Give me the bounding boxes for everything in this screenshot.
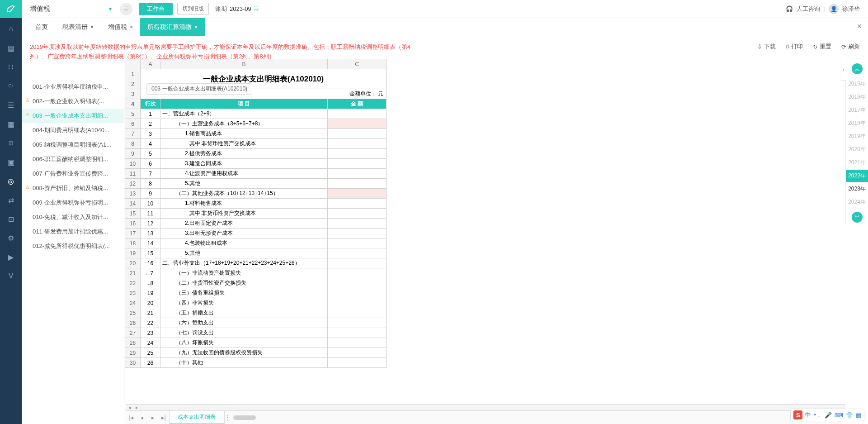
year-2022年[interactable]: 2022年 bbox=[846, 170, 868, 182]
sheet-breadcrumb: 003-一般企业成本支出明细表(A102010) bbox=[146, 83, 252, 95]
report-item[interactable]: 011-研发费用加计扣除优惠... bbox=[22, 224, 124, 239]
content-area: 001-企业所得税年度纳税申...⚠002-一般企业收入明细表(...⚠003-… bbox=[22, 59, 845, 424]
report-item[interactable]: ⚠008-资产折旧、摊销及纳税... bbox=[22, 181, 124, 195]
year-2016年[interactable]: 2016年 bbox=[846, 91, 868, 103]
switch-old-button[interactable]: 切到旧版 bbox=[177, 3, 209, 15]
warning-icon: ⚠ bbox=[25, 112, 30, 118]
sheet-prev-icon[interactable]: ◂ bbox=[137, 414, 147, 421]
doc-icon[interactable]: ☰ bbox=[120, 3, 132, 15]
report-item[interactable]: 010-免税、减计收入及加计... bbox=[22, 210, 124, 224]
print-button[interactable]: ⎙ 打印 bbox=[786, 43, 803, 51]
spreadsheet-area: 003-一般企业成本支出明细表(A102010) ABC1一般企业成本支出明细表… bbox=[125, 59, 845, 424]
reset-button[interactable]: ↻ 重置 bbox=[813, 43, 831, 51]
side-nav: ⌂ ▤ ⫶⫶ ౿ ☰ ▦ ⎅ ▣ ◎ ⇄ ⊡ ⚙ ▶ V bbox=[0, 18, 22, 424]
sheet-last-icon[interactable]: ▸| bbox=[158, 414, 169, 421]
year-2024年[interactable]: 2024年 bbox=[846, 196, 868, 208]
year-2023年[interactable]: 2023年 bbox=[846, 183, 868, 195]
tab-增值税[interactable]: 增值税× bbox=[101, 18, 140, 36]
report-item[interactable]: 005-纳税调整项目明细表(A1... bbox=[22, 138, 124, 152]
collapse-sidebar-handle[interactable]: ‹ bbox=[144, 262, 149, 284]
year-2018年[interactable]: 2018年 bbox=[846, 117, 868, 129]
reports-list: 001-企业所得税年度纳税申...⚠002-一般企业收入明细表(...⚠003-… bbox=[22, 59, 125, 424]
report-item[interactable]: 012-减免所得税优惠明细表(... bbox=[22, 239, 124, 253]
refresh-button[interactable]: ⟳ 刷新 bbox=[841, 43, 860, 51]
tab-close-icon[interactable]: × bbox=[194, 24, 198, 30]
avatar-icon: 👤 bbox=[829, 4, 839, 14]
main-area: 首页税表清册×增值税×所得税汇算清缴×× 2019年度涉及取以前年度结转数据的申… bbox=[22, 18, 868, 424]
nav-home-icon[interactable]: ⌂ bbox=[5, 24, 16, 34]
period-label: 账期 bbox=[215, 5, 227, 13]
sheet-next-icon[interactable]: ▸ bbox=[147, 414, 158, 421]
ime-keyboard-icon[interactable]: ⌨ bbox=[835, 412, 843, 419]
horizontal-scrollbar[interactable]: ◂ ▸ bbox=[126, 404, 845, 410]
top-bar: 增值税 ▾ ☰ 工作台 切到旧版 账期 2023-09 ☷ 🎧 人工咨询 | 👤… bbox=[0, 0, 868, 18]
nav-settings-icon[interactable]: ⚙ bbox=[5, 233, 16, 243]
sheet-scroll-track[interactable] bbox=[233, 415, 830, 420]
nav-tag-icon[interactable]: ⎅ bbox=[5, 138, 16, 148]
report-item[interactable]: 004-期间费用明细表(A1040... bbox=[22, 123, 124, 138]
report-item[interactable]: 006-职工薪酬纳税调整明细... bbox=[22, 152, 124, 167]
action-bar: ⇩ 下载 ⎙ 打印 ↻ 重置 ⟳ 刷新 bbox=[757, 43, 860, 51]
close-all-tabs[interactable]: × bbox=[857, 22, 862, 31]
nav-money-icon[interactable]: ౿ bbox=[5, 81, 16, 91]
tab-close-icon[interactable]: × bbox=[90, 24, 94, 30]
scroll-left-icon[interactable]: ◂ bbox=[126, 405, 133, 410]
app-logo[interactable] bbox=[0, 0, 22, 18]
nav-video-icon[interactable]: ▶ bbox=[5, 252, 16, 262]
expand-year-handle[interactable]: › bbox=[841, 59, 846, 81]
tab-所得税汇算清缴[interactable]: 所得税汇算清缴× bbox=[140, 18, 205, 36]
year-2015年[interactable]: 2015年 bbox=[846, 78, 868, 90]
report-item[interactable]: 007-广告费和业务宣传费跨... bbox=[22, 167, 124, 181]
nav-clipboard-icon[interactable]: ☰ bbox=[5, 100, 16, 110]
nav-v-icon[interactable]: V bbox=[5, 271, 16, 281]
ime-lang[interactable]: 中 bbox=[805, 411, 811, 419]
tab-税表清册[interactable]: 税表清册× bbox=[55, 18, 101, 36]
year-2021年[interactable]: 2021年 bbox=[846, 157, 868, 169]
warning-icon: ⚠ bbox=[25, 97, 30, 103]
ime-toolbar[interactable]: S 中 •， 🎤 ⌨ 👕 ▦ bbox=[790, 409, 864, 421]
headset-icon: 🎧 bbox=[786, 5, 793, 12]
company-name: 增值税 bbox=[30, 5, 50, 13]
ime-mic-icon[interactable]: 🎤 bbox=[825, 412, 832, 419]
sheet-tab-resize[interactable]: ⋮ bbox=[224, 411, 229, 424]
year-2019年[interactable]: 2019年 bbox=[846, 130, 868, 143]
tab-close-icon[interactable]: × bbox=[130, 24, 133, 30]
year-panel: › ︽ 2015年2016年2017年2018年2019年2020年2021年2… bbox=[845, 59, 868, 225]
nav-calendar-icon[interactable]: ▣ bbox=[5, 157, 16, 167]
nav-report-icon[interactable]: ▦ bbox=[5, 119, 16, 129]
tab-bar: 首页税表清册×增值税×所得税汇算清缴×× bbox=[22, 18, 868, 36]
chevron-down-icon: ▾ bbox=[109, 6, 112, 12]
year-2017年[interactable]: 2017年 bbox=[846, 104, 868, 116]
report-item[interactable]: 009-企业所得税弥补亏损明... bbox=[22, 195, 124, 210]
ime-skin-icon[interactable]: 👕 bbox=[846, 412, 853, 419]
sheet-tab-active[interactable]: 成本支出明细表 bbox=[169, 411, 224, 424]
ime-logo-icon: S bbox=[793, 410, 802, 419]
report-item[interactable]: ⚠003-一般企业成本支出明细... bbox=[22, 109, 124, 123]
report-item[interactable]: 001-企业所得税年度纳税申... bbox=[22, 80, 124, 94]
nav-tax-icon[interactable]: ◎ bbox=[5, 176, 16, 186]
warning-icon: ⚠ bbox=[25, 184, 30, 190]
company-selector[interactable]: 增值税 ▾ bbox=[22, 5, 120, 13]
workspace-button[interactable]: 工作台 bbox=[139, 3, 173, 15]
tab-首页[interactable]: 首页 bbox=[28, 18, 55, 36]
period-value[interactable]: 2023-09 bbox=[230, 5, 251, 12]
download-button[interactable]: ⇩ 下载 bbox=[757, 43, 776, 51]
year-up-icon[interactable]: ︽ bbox=[852, 63, 863, 74]
year-2020年[interactable]: 2020年 bbox=[846, 143, 868, 156]
spreadsheet[interactable]: ABC1一般企业成本支出明细表(A102010)23金额单位： 元4行次项 目金… bbox=[125, 59, 387, 368]
nav-chart-icon[interactable]: ⫶⫶ bbox=[5, 62, 16, 72]
nav-book-icon[interactable]: ▤ bbox=[5, 43, 16, 53]
report-item[interactable]: ⚠002-一般企业收入明细表(... bbox=[22, 94, 124, 109]
nav-transfer-icon[interactable]: ⇄ bbox=[5, 195, 16, 205]
sheet-first-icon[interactable]: |◂ bbox=[126, 414, 137, 421]
ime-toolbox-icon[interactable]: ▦ bbox=[856, 412, 861, 419]
sheet-tab-bar: |◂ ◂ ▸ ▸| 成本支出明细表 ⋮ ▸ bbox=[126, 410, 845, 424]
scroll-right-icon[interactable]: ▸ bbox=[133, 405, 140, 410]
nav-inbox-icon[interactable]: ⊡ bbox=[5, 214, 16, 224]
support-link[interactable]: 人工咨询 bbox=[797, 5, 820, 13]
username[interactable]: 徐泽华 bbox=[842, 5, 860, 13]
ime-punct-icon[interactable]: •， bbox=[814, 411, 822, 419]
year-down-icon[interactable]: ︾ bbox=[852, 212, 863, 223]
calendar-icon[interactable]: ☷ bbox=[253, 5, 259, 13]
sheet-scroll-thumb[interactable] bbox=[233, 415, 256, 420]
